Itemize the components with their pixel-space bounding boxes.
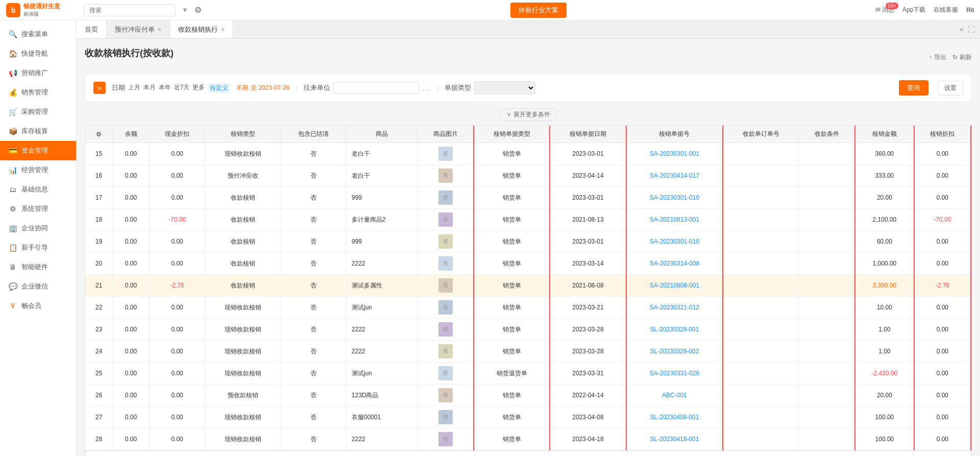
bill-no-link[interactable]: SL-20230328-002 xyxy=(650,348,699,355)
gear-icon[interactable]: ⚙ xyxy=(194,5,202,15)
tab-home[interactable]: 首页 xyxy=(77,20,107,38)
sidebar-item-purchase[interactable]: 🛒 采购管理 xyxy=(0,102,76,122)
date-this-year[interactable]: 本年 xyxy=(159,83,171,93)
bill-no-link[interactable]: SA-20230301-010 xyxy=(650,194,699,201)
cell-cancel-bill-no[interactable]: SA-20230301-001 xyxy=(626,143,723,165)
bill-no-link[interactable]: SA-20210808-001 xyxy=(650,282,699,289)
type-select[interactable] xyxy=(474,81,535,94)
sidebar-item-system[interactable]: ⚙ 系统管理 xyxy=(0,199,76,219)
cell-cancel-bill-no[interactable]: ABC-001 xyxy=(626,385,723,406)
col-cancel-bill-date: 核销单据日期 xyxy=(550,126,626,143)
top-search-input[interactable] xyxy=(84,4,176,16)
user-name[interactable]: Rit xyxy=(966,7,974,14)
unit-input[interactable] xyxy=(333,82,419,94)
bill-no-link[interactable]: SL-20230408-001 xyxy=(650,414,699,421)
cell-cancel-bill-no[interactable]: SA-20210808-001 xyxy=(626,275,723,297)
app-download[interactable]: App下载 xyxy=(902,6,925,14)
filter-expand-button[interactable]: » xyxy=(93,82,106,94)
expand-more-button[interactable]: ∨ 展开更多条件 xyxy=(499,108,557,121)
close-prepaid-tab-icon[interactable]: × xyxy=(158,26,161,33)
bill-no-link[interactable]: SL-20230328-001 xyxy=(650,326,699,333)
export-button[interactable]: ↑ 导出 xyxy=(929,53,946,62)
sidebar-item-marketing[interactable]: 📢 营销推广 xyxy=(0,63,76,83)
cell-receipt-condition xyxy=(799,319,855,341)
cell-cancel-bill-date: 2023-03-01 xyxy=(550,187,626,209)
cell-cancel-bill-no[interactable]: SL-20230328-001 xyxy=(626,319,723,341)
close-cancel-tab-icon[interactable]: × xyxy=(221,26,225,33)
sidebar-item-nav[interactable]: 🏠 快捷导航 xyxy=(0,44,76,63)
date-more[interactable]: 更多 xyxy=(192,83,205,93)
message-area[interactable]: ✉ 消息 99+ xyxy=(875,6,894,14)
sidebar-item-guide[interactable]: 📋 新手引导 xyxy=(0,238,76,257)
cell-cancel-bill-no[interactable]: SL-20230418-001 xyxy=(626,428,723,450)
bill-no-link[interactable]: SA-20230301-001 xyxy=(650,150,699,157)
cell-include-settled: 否 xyxy=(281,165,347,187)
cell-cancel-bill-no[interactable]: SA-20230321-012 xyxy=(626,297,723,319)
cell-balance: 0.00 xyxy=(113,385,149,406)
bill-no-link[interactable]: SA-20230301-010 xyxy=(650,238,699,245)
cell-cancel-type: 现销收款核销 xyxy=(205,363,281,385)
main-area: 首页 预付冲应付单 × 收款核销执行 × × ⛶ 收款核销执行(按收款) xyxy=(77,20,980,456)
sidebar-item-finance[interactable]: 💳 资金管理 xyxy=(0,141,76,160)
sidebar-item-search[interactable]: 🔍 搜索菜单 xyxy=(0,25,76,44)
cell-cancel-amount: 360.00 xyxy=(855,143,914,165)
query-button[interactable]: 查询 xyxy=(899,80,928,95)
date-filter-group: 日期 上月 本月 本年 近7天 更多 自定义 xyxy=(112,83,231,93)
settings-button[interactable]: 设置 xyxy=(938,81,963,95)
cell-cancel-bill-type: 销货单 xyxy=(474,341,550,363)
sidebar-item-collab[interactable]: 🏢 企业协同 xyxy=(0,219,76,238)
dropdown-arrow-icon[interactable]: ▼ xyxy=(182,6,188,14)
cell-cancel-type: 现销收款核销 xyxy=(205,428,281,450)
sidebar-item-member[interactable]: V 畅会员 xyxy=(0,296,76,316)
date-custom[interactable]: 自定义 xyxy=(208,83,230,93)
bill-no-link[interactable]: SA-20230314-008 xyxy=(650,260,699,267)
cell-cancel-bill-no[interactable]: SA-20230301-010 xyxy=(626,231,723,253)
cell-cancel-bill-date: 2023-04-14 xyxy=(550,165,626,187)
cell-goods-image: 图 xyxy=(418,231,474,253)
sidebar-item-inventory[interactable]: 📦 库存核算 xyxy=(0,122,76,141)
date-this-month[interactable]: 本月 xyxy=(143,83,156,93)
tab-prepaid[interactable]: 预付冲应付单 × xyxy=(107,20,170,38)
cell-receipt-condition xyxy=(799,231,855,253)
cell-goods: 多计量商品2 xyxy=(346,209,417,231)
date-7days[interactable]: 近7天 xyxy=(174,83,190,93)
tab-cancel[interactable]: 收款核销执行 × xyxy=(170,20,233,38)
sidebar-item-hardware[interactable]: 🖥 智能硬件 xyxy=(0,257,76,277)
cell-cash-discount: 0.00 xyxy=(149,319,205,341)
refresh-button[interactable]: ↻ 刷新 xyxy=(952,53,972,62)
sidebar-item-operation[interactable]: 📊 经营管理 xyxy=(0,160,76,180)
sidebar-item-basic[interactable]: 🗂 基础信息 xyxy=(0,180,76,199)
bill-no-link[interactable]: SA-20230331-026 xyxy=(650,370,699,377)
cell-no: 16 xyxy=(85,165,113,187)
cell-goods: 测试多属性 xyxy=(346,275,417,297)
industry-btn[interactable]: 休验行业方案 xyxy=(510,3,567,18)
cell-balance: 0.00 xyxy=(113,363,149,385)
bill-no-link[interactable]: SA-20230414-017 xyxy=(650,172,699,179)
date-quick-links: 上月 本月 本年 近7天 更多 自定义 xyxy=(128,83,231,93)
close-all-icon[interactable]: × xyxy=(960,26,964,34)
col-goods-image: 商品图片 xyxy=(418,126,474,143)
guide-icon: 📋 xyxy=(8,243,17,252)
sidebar-label-marketing: 营销推广 xyxy=(21,68,48,78)
cell-cancel-bill-type: 销货单 xyxy=(474,253,550,275)
online-service[interactable]: 在线客服 xyxy=(934,6,958,14)
cell-cancel-bill-no[interactable]: SA-20230314-008 xyxy=(626,253,723,275)
bill-no-link[interactable]: SA-20230321-012 xyxy=(650,304,699,311)
col-gear[interactable]: ⚙ xyxy=(85,126,113,143)
cell-cancel-bill-no[interactable]: SL-20230408-001 xyxy=(626,406,723,428)
cell-cancel-bill-no[interactable]: SA-20230331-026 xyxy=(626,363,723,385)
bill-no-link[interactable]: SA-20210813-001 xyxy=(650,216,699,223)
cell-cancel-bill-date: 2021-08-13 xyxy=(550,209,626,231)
cell-cancel-bill-no[interactable]: SA-20210813-001 xyxy=(626,209,723,231)
cell-cancel-bill-no[interactable]: SA-20230414-017 xyxy=(626,165,723,187)
cell-cancel-bill-no[interactable]: SL-20230328-002 xyxy=(626,341,723,363)
sidebar-item-sales[interactable]: 💰 销售管理 xyxy=(0,83,76,102)
bill-no-link[interactable]: SL-20230418-001 xyxy=(650,436,699,443)
sidebar-item-wechat[interactable]: 💬 企业微信 xyxy=(0,277,76,296)
expand-tabs-icon[interactable]: ⛶ xyxy=(968,26,975,34)
cell-cancel-bill-no[interactable]: SA-20230301-010 xyxy=(626,187,723,209)
bill-no-link[interactable]: ABC-001 xyxy=(662,392,687,399)
cell-cancel-bill-type: 销货单 xyxy=(474,275,550,297)
cell-cancel-bill-date: 2023-03-31 xyxy=(550,363,626,385)
date-last-month[interactable]: 上月 xyxy=(128,83,140,93)
